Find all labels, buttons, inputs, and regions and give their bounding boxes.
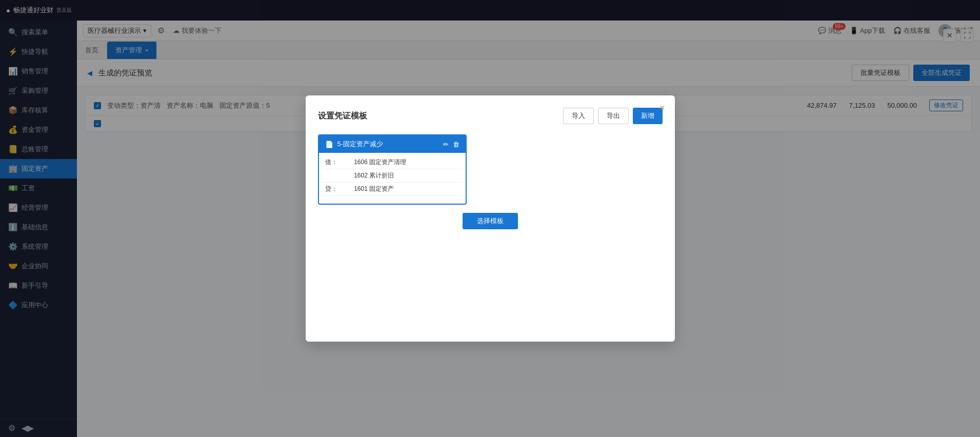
entry-debit-1 — [443, 156, 453, 169]
modal-overlay: 设置凭证模板 导入 导出 新增 × 📄 5-固定资产减少 ✏ 🗑 — [0, 0, 980, 437]
template-header-actions-1: ✏ 🗑 — [443, 141, 459, 148]
export-btn[interactable]: 导出 — [598, 108, 629, 124]
template-name-1: 5-固定资产减少 — [337, 140, 384, 149]
entry-credit-2 — [453, 169, 463, 183]
entry-side-2 — [322, 169, 351, 183]
import-btn[interactable]: 导入 — [563, 108, 594, 124]
select-template-btn[interactable]: 选择模板 — [463, 213, 518, 229]
entry-row-2: 1602 累计折旧 — [322, 169, 463, 183]
entry-row-3: 贷： 1601 固定资产 — [322, 183, 463, 196]
template-card-1: 📄 5-固定资产减少 ✏ 🗑 借： 1606 固定资产清理 — [318, 134, 467, 205]
template-doc-icon: 📄 — [325, 141, 333, 148]
entry-side-1: 借： — [322, 156, 351, 169]
entry-credit-4 — [453, 196, 463, 201]
modal-dialog: 设置凭证模板 导入 导出 新增 × 📄 5-固定资产减少 ✏ 🗑 — [306, 95, 675, 342]
entry-account-1: 1606 固定资产清理 — [351, 156, 443, 169]
entry-credit-1 — [453, 156, 463, 169]
template-card-header-1: 📄 5-固定资产减少 ✏ 🗑 — [319, 135, 466, 153]
entry-side-3: 贷： — [322, 183, 351, 196]
entry-account-2: 1602 累计折旧 — [351, 169, 443, 183]
entry-account-3: 1601 固定资产 — [351, 183, 443, 196]
entry-credit-3 — [453, 183, 463, 196]
entry-row-1: 借： 1606 固定资产清理 — [322, 156, 463, 169]
template-entry-table: 借： 1606 固定资产清理 1602 累计折旧 贷： — [322, 156, 463, 201]
modal-header: 设置凭证模板 导入 导出 新增 — [318, 108, 663, 124]
modal-title: 设置凭证模板 — [318, 111, 367, 122]
entry-debit-2 — [443, 169, 453, 183]
template-card-body-1: 借： 1606 固定资产清理 1602 累计折旧 贷： — [319, 153, 466, 204]
edit-icon[interactable]: ✏ — [443, 141, 449, 148]
modal-toolbar: 导入 导出 新增 — [563, 108, 663, 124]
modal-close-btn[interactable]: × — [656, 102, 669, 114]
entry-side-4 — [322, 196, 351, 201]
template-list: 📄 5-固定资产减少 ✏ 🗑 借： 1606 固定资产清理 — [318, 134, 663, 205]
entry-row-4 — [322, 196, 463, 201]
delete-icon[interactable]: 🗑 — [453, 141, 459, 148]
entry-debit-3 — [443, 183, 453, 196]
entry-debit-4 — [443, 196, 453, 201]
entry-account-4 — [351, 196, 443, 201]
